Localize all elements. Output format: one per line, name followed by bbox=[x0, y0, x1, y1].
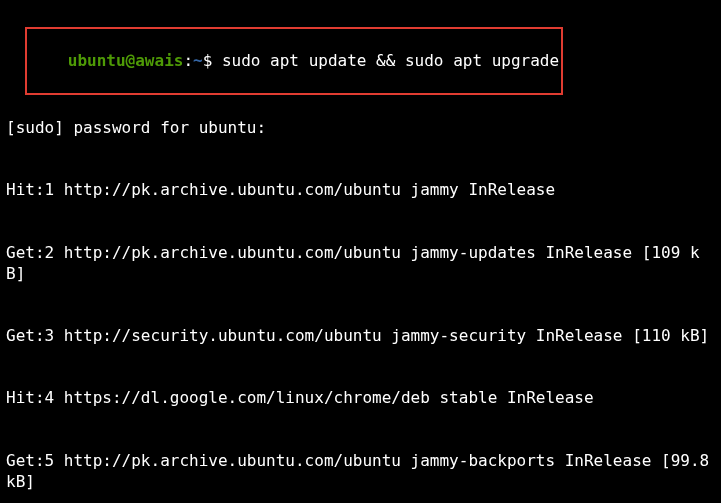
prompt-dollar: $ bbox=[203, 51, 222, 70]
output-line: Get:2 http://pk.archive.ubuntu.com/ubunt… bbox=[6, 243, 715, 285]
prompt-colon: : bbox=[183, 51, 193, 70]
prompt-user-host: ubuntu@awais bbox=[68, 51, 184, 70]
output-line: Hit:4 https://dl.google.com/linux/chrome… bbox=[6, 388, 715, 409]
output-line: [sudo] password for ubuntu: bbox=[6, 118, 715, 139]
command-prompt-row: ubuntu@awais:~$ sudo apt update && sudo … bbox=[25, 27, 563, 95]
entered-command: sudo apt update && sudo apt upgrade bbox=[222, 51, 559, 70]
terminal-window[interactable]: ubuntu@awais:~$ sudo apt update && sudo … bbox=[6, 6, 715, 503]
output-line: Get:3 http://security.ubuntu.com/ubuntu … bbox=[6, 326, 715, 347]
output-line: Get:5 http://pk.archive.ubuntu.com/ubunt… bbox=[6, 451, 715, 493]
prompt-path: ~ bbox=[193, 51, 203, 70]
output-line: Hit:1 http://pk.archive.ubuntu.com/ubunt… bbox=[6, 180, 715, 201]
